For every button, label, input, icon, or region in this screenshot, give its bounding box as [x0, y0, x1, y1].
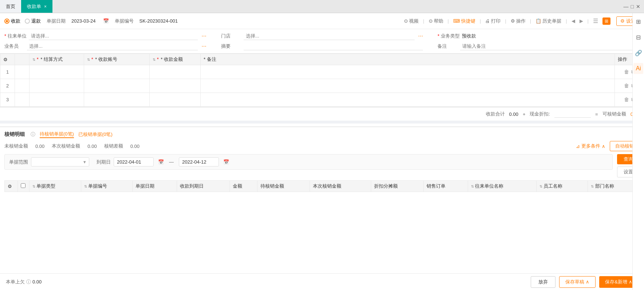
- sidebar-ai-icon[interactable]: Ai: [633, 63, 643, 74]
- row-1-delete-icon[interactable]: 🗑: [624, 69, 629, 75]
- col-remark-label: * 备注: [204, 56, 216, 62]
- row-3-num: 3: [0, 93, 15, 107]
- maximize-button[interactable]: □: [631, 4, 634, 9]
- row-3-account[interactable]: [84, 93, 150, 107]
- operations-btn[interactable]: ⚙ 操作: [511, 18, 526, 24]
- business-type-field: 业务类型 预收款 ▾: [437, 33, 640, 39]
- verify-col-settings[interactable]: ⚙: [5, 181, 18, 192]
- col-employee-label: 员工名称: [543, 183, 562, 189]
- minimize-button[interactable]: —: [624, 4, 629, 9]
- plus-sign: +: [523, 111, 526, 117]
- receipt-radio[interactable]: 收款: [4, 18, 20, 24]
- grid-view-btn[interactable]: ⊞: [602, 17, 610, 25]
- sidebar-grid-icon[interactable]: ⊞: [634, 16, 643, 27]
- discount-input[interactable]: [554, 110, 591, 118]
- row-1-account[interactable]: [84, 65, 150, 79]
- history-btn[interactable]: 📋 历史单据: [535, 18, 561, 24]
- salesperson-input[interactable]: [27, 42, 198, 50]
- row-2-amount[interactable]: [150, 79, 201, 93]
- nav-prev-btn[interactable]: ◀: [572, 18, 575, 24]
- range-select[interactable]: ▾: [31, 157, 89, 166]
- help-btn[interactable]: ⊙ 帮助: [429, 18, 443, 24]
- row-2-account[interactable]: [84, 79, 150, 93]
- sidebar-attachment-icon[interactable]: 🔗: [633, 47, 644, 59]
- form-section: 往来单位 ··· 门店 ··· 业务类型 预收款 ▾ 业务员 ···: [0, 29, 644, 54]
- tab-done[interactable]: 已核销单据(0笔): [78, 131, 113, 138]
- col-settings-header[interactable]: ⚙: [0, 54, 15, 65]
- sidebar-table-icon[interactable]: ⊟: [634, 32, 643, 43]
- col-date-label: 单据日期: [136, 183, 154, 189]
- col-amount-label: * 收款金额: [161, 56, 183, 62]
- counterpart-input[interactable]: [29, 32, 198, 40]
- row-1-remark[interactable]: [201, 65, 615, 79]
- summary-input[interactable]: [244, 42, 423, 50]
- chevron-up-icon: ∧: [602, 144, 605, 149]
- store-input[interactable]: [244, 32, 415, 40]
- row-3-settlement[interactable]: [30, 93, 84, 107]
- range-label: 单据范围: [9, 159, 28, 165]
- row-2-remark[interactable]: [201, 79, 615, 93]
- store-label: 门店: [221, 33, 242, 39]
- unchecked-label: 未核销金额: [4, 143, 28, 149]
- abandon-button[interactable]: 放弃: [531, 276, 555, 288]
- note-input[interactable]: [460, 42, 640, 50]
- verify-table-gear-icon[interactable]: ⚙: [8, 184, 12, 189]
- print-btn[interactable]: 🖨 打印: [485, 18, 500, 24]
- diff-label: 核销差额: [104, 143, 123, 149]
- nav-next-btn[interactable]: ▶: [580, 18, 583, 24]
- row-2-col-dummy: [15, 79, 30, 93]
- verify-title: 核销明细: [4, 131, 25, 138]
- row-3-remark[interactable]: [201, 93, 615, 107]
- verification-section: 核销明细 ⓘ 待核销单据(0笔) 已核销单据(0笔) 未核销金额 0.00 本次…: [0, 126, 644, 196]
- date-to-input[interactable]: [179, 157, 219, 166]
- filter-icon: ⊿: [576, 144, 580, 149]
- verify-select-all[interactable]: [21, 183, 25, 188]
- tab-home[interactable]: 首页: [0, 0, 21, 13]
- unchecked-value: 0.00: [35, 144, 44, 149]
- col-pending-label: 待核销金额: [260, 183, 284, 189]
- col-type-label: 单据类型: [36, 183, 55, 189]
- date-from-input[interactable]: [114, 157, 154, 166]
- bottom-bar: 本单上欠 ⓘ 0.00 放弃 保存草稿 ∧ 保存&新增 ∧: [0, 273, 644, 290]
- help-label: 帮助: [434, 18, 443, 24]
- tab-receipt[interactable]: 收款单 ×: [21, 0, 52, 13]
- salesperson-more-icon[interactable]: ···: [201, 43, 206, 49]
- verify-stats-right: ⊿ 更多条件 ∧ 自动核销: [576, 141, 640, 151]
- doc-date-value[interactable]: 2023-03-24: [71, 18, 96, 24]
- video-icon: ⊙: [404, 18, 408, 24]
- more-conditions-btn[interactable]: ⊿ 更多条件 ∧: [576, 143, 605, 149]
- save-draft-arrow-icon: ∧: [586, 279, 589, 285]
- tab-pending[interactable]: 待核销单据(0笔): [40, 131, 74, 138]
- col-counterpart-label: 往来单位名称: [475, 183, 503, 189]
- row-1-amount[interactable]: [150, 65, 201, 79]
- save-draft-button[interactable]: 保存草稿 ∧: [559, 276, 596, 288]
- row-2-settlement[interactable]: [30, 79, 84, 93]
- table-row: 3 🗑 ⧉: [0, 93, 644, 107]
- receipt-radio-label: 收款: [11, 18, 20, 24]
- col-sales-order-label: 销售订单: [427, 183, 445, 189]
- row-3-amount[interactable]: [150, 93, 201, 107]
- row-2-delete-icon[interactable]: 🗑: [624, 83, 629, 89]
- calendar-from-icon[interactable]: 📅: [158, 159, 164, 165]
- store-more-icon[interactable]: ···: [418, 33, 423, 39]
- verify-col-current: 本次核销金额: [310, 181, 371, 192]
- calendar-to-icon[interactable]: 📅: [223, 159, 229, 165]
- table-row: 1 🗑 ⧉: [0, 65, 644, 79]
- verify-info-icon[interactable]: ⓘ: [31, 131, 35, 138]
- shortcut-btn[interactable]: ⌨ 快捷键: [453, 18, 475, 24]
- table-settings-gear-icon[interactable]: ⚙: [3, 57, 8, 62]
- right-sidebar: ⊞ ⊟ 🔗 Ai: [632, 13, 644, 290]
- operations-label: 操作: [516, 18, 526, 24]
- col-discount-label: 折扣分摊额: [374, 183, 398, 189]
- counterpart-more-icon[interactable]: ···: [201, 33, 206, 39]
- verify-col-checkbox[interactable]: [18, 181, 30, 192]
- refund-radio[interactable]: 退款: [25, 18, 41, 24]
- print-label: 打印: [491, 18, 500, 24]
- calendar-icon[interactable]: 📅: [103, 18, 109, 24]
- tab-close-icon[interactable]: ×: [44, 4, 47, 9]
- row-1-settlement[interactable]: [30, 65, 84, 79]
- list-view-btn[interactable]: ☰: [593, 17, 598, 24]
- window-close-button[interactable]: ✕: [636, 4, 640, 9]
- row-3-delete-icon[interactable]: 🗑: [624, 97, 629, 103]
- video-btn[interactable]: ⊙ 视频: [404, 18, 419, 24]
